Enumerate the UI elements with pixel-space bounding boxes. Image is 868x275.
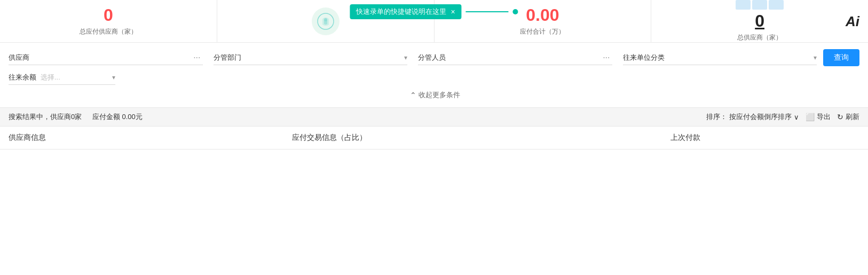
- tooltip-line: [466, 11, 509, 12]
- query-button[interactable]: 查询: [823, 49, 859, 66]
- tooltip-wrapper: 快速录单的快捷键说明在这里 ×: [350, 4, 518, 19]
- table-col-last-payment: 上次付款: [670, 133, 859, 143]
- result-info: 搜索结果中，供应商0家: [9, 113, 82, 121]
- collapse-icon: ⌃: [410, 91, 416, 99]
- department-input[interactable]: [246, 53, 405, 61]
- filter-bar: 供应商 ··· 分管部门 ▾ 分管人员 ··· 往来单位分类 ▾ 查询 往来余额…: [0, 43, 868, 108]
- result-actions: 排序： 按应付会额倒序排序 ∨ ⬜ 导出 ↻ 刷新: [706, 112, 859, 122]
- icon-circle: [312, 7, 340, 35]
- total-suppliers-label: 总供应商（家）: [737, 33, 782, 42]
- ai-label: Ai: [846, 13, 859, 29]
- department-label: 分管部门: [214, 53, 241, 62]
- payable-total-label: 应付合计（万）: [520, 27, 565, 36]
- table-col-supplier-info: 供应商信息: [9, 133, 292, 143]
- supplier-icon: [316, 12, 335, 31]
- department-filter: 分管部门 ▾: [214, 51, 408, 65]
- deco-box-3: [769, 0, 784, 10]
- filter-row-2: 往来余额 选择... ▾: [9, 70, 859, 85]
- deco-box-1: [736, 0, 751, 10]
- unit-category-input[interactable]: [670, 53, 814, 61]
- department-chevron[interactable]: ▾: [404, 54, 407, 61]
- total-suppliers-value: 0: [755, 12, 764, 30]
- refresh-btn[interactable]: ↻ 刷新: [837, 112, 859, 122]
- table-body: [0, 150, 868, 275]
- refresh-label: 刷新: [846, 112, 859, 122]
- person-input[interactable]: [450, 53, 601, 61]
- filter-row-1: 供应商 ··· 分管部门 ▾ 分管人员 ··· 往来单位分类 ▾ 查询: [9, 49, 859, 66]
- unit-category-label: 往来单位分类: [623, 53, 666, 62]
- sort-chevron: ∨: [794, 113, 799, 121]
- export-icon: ⬜: [806, 113, 815, 121]
- tooltip-text: 快速录单的快捷键说明在这里: [356, 7, 446, 17]
- svg-point-1: [324, 18, 327, 21]
- result-bar: 搜索结果中，供应商0家 应付金额 0.00元 排序： 按应付会额倒序排序 ∨ ⬜…: [0, 108, 868, 127]
- balance-placeholder: 选择...: [41, 73, 112, 82]
- unit-category-filter: 往来单位分类 ▾: [623, 51, 817, 65]
- supplier-filter: 供应商 ···: [9, 51, 203, 65]
- sort-label: 排序：: [706, 112, 727, 122]
- balance-label: 往来余额: [9, 73, 36, 82]
- supplier-dots[interactable]: ···: [191, 53, 202, 62]
- payable-suppliers-value: 0: [104, 6, 113, 25]
- balance-chevron[interactable]: ▾: [112, 74, 115, 81]
- sort-value: 按应付会额倒序排序: [729, 112, 792, 122]
- sort-dropdown[interactable]: 排序： 按应付会额倒序排序 ∨: [706, 112, 799, 122]
- payable-total-value: 0.00: [526, 6, 559, 25]
- export-btn[interactable]: ⬜ 导出: [806, 112, 831, 122]
- table-header: 供应商信息 应付交易信息（占比） 上次付款: [0, 127, 868, 150]
- collapse-btn[interactable]: ⌃ 收起更多条件: [9, 87, 859, 103]
- stats-bar: 0 总应付供应商（家） 0.00 应付合计（万） 快速录单的快捷键说明在这里 ×: [0, 0, 868, 43]
- supplier-input[interactable]: [40, 53, 191, 61]
- person-filter: 分管人员 ···: [418, 51, 612, 65]
- tooltip-bubble: 快速录单的快捷键说明在这里 ×: [350, 4, 461, 19]
- stat-right: 0 总供应商（家）: [737, 12, 782, 42]
- deco-box-2: [752, 0, 767, 10]
- collapse-text: 收起更多条件: [419, 90, 460, 100]
- tooltip-dot: [513, 9, 518, 14]
- stat-total-suppliers: 0 总供应商（家） Ai: [651, 0, 868, 42]
- table-col-payable-info: 应付交易信息（占比）: [292, 133, 670, 143]
- unit-category-chevron[interactable]: ▾: [814, 54, 817, 61]
- stat-payable-suppliers: 0 总应付供应商（家）: [0, 0, 217, 42]
- decorative-boxes: [736, 0, 784, 10]
- export-label: 导出: [817, 112, 831, 122]
- balance-filter: 往来余额 选择... ▾: [9, 70, 115, 85]
- payable-suppliers-label: 总应付供应商（家）: [80, 27, 137, 36]
- result-amount: 应付金额 0.00元: [92, 113, 143, 121]
- supplier-label: 供应商: [9, 53, 35, 62]
- person-dots[interactable]: ···: [601, 53, 612, 62]
- person-label: 分管人员: [418, 53, 446, 62]
- tooltip-close-btn[interactable]: ×: [451, 8, 455, 15]
- refresh-icon: ↻: [837, 113, 843, 121]
- result-info-area: 搜索结果中，供应商0家 应付金额 0.00元: [9, 112, 143, 122]
